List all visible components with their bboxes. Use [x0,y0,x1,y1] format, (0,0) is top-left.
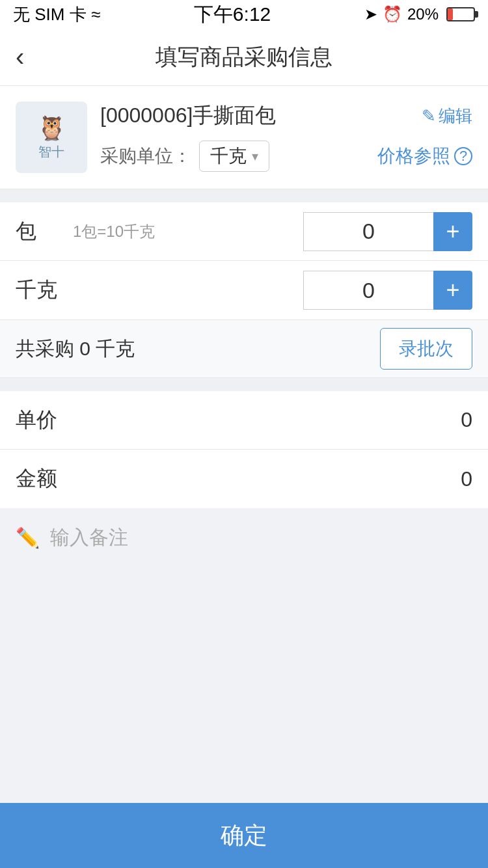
status-time: 下午6:12 [194,1,271,28]
battery-icon [446,7,475,21]
unit-select[interactable]: 千克 ▾ [199,141,269,172]
batch-button[interactable]: 录批次 [380,328,472,370]
price-section: 单价 0 金额 0 [0,391,488,508]
product-card: 🦉 智十 [0000006]手撕面包 ✎ 编辑 采购单位： 千克 ▾ [0,86,488,189]
status-battery-text: 20% [407,5,439,23]
bao-input[interactable] [303,212,433,251]
bao-sublabel: 1包=10千克 [73,221,303,242]
kg-plus-button[interactable]: + [433,271,472,310]
page-title: 填写商品采购信息 [156,42,332,72]
unit-value: 千克 [210,144,247,169]
product-info: [0000006]手撕面包 ✎ 编辑 采购单位： 千克 ▾ 价格参照 ? [100,102,472,172]
kg-input-row: 千克 + [0,261,488,319]
quantity-section: 包 1包=10千克 + 千克 + [0,202,488,319]
bao-plus-button[interactable]: + [433,212,472,251]
remark-placeholder: 输入备注 [50,524,128,551]
amount-label: 金额 [16,465,57,493]
status-location: ➤ [364,5,377,23]
edit-button[interactable]: ✎ 编辑 [422,105,472,128]
bao-controls: + [303,212,472,251]
section-divider-2 [0,378,488,391]
bao-input-row: 包 1包=10千克 + [0,202,488,261]
product-name: [0000006]手撕面包 [100,102,276,130]
chevron-down-icon: ▾ [252,148,258,164]
logo-text: 智十 [38,143,64,161]
price-ref-label: 价格参照 [377,144,450,169]
back-button[interactable]: ‹ [16,42,24,72]
kg-input[interactable] [303,271,433,310]
amount-value: 0 [461,467,472,491]
status-bar: 无 SIM 卡 ≈ 下午6:12 ➤ ⏰ 20% [0,0,488,29]
edit-label: 编辑 [439,105,472,128]
summary-text: 共采购 0 千克 [16,336,135,362]
remark-section[interactable]: ✏️ 输入备注 [0,508,488,567]
bao-label: 包 [16,217,68,246]
unit-price-label: 单价 [16,406,57,435]
battery-fill [448,8,453,20]
kg-label: 千克 [16,276,68,305]
confirm-button-label: 确定 [221,820,267,852]
unit-row: 采购单位： 千克 ▾ 价格参照 ? [100,141,472,172]
status-signal: 无 SIM 卡 ≈ [13,3,100,26]
status-right: ➤ ⏰ 20% [364,5,475,23]
product-logo: 🦉 智十 [16,102,87,173]
confirm-section[interactable]: 确定 [0,803,488,868]
unit-price-row: 单价 0 [0,391,488,450]
product-name-row: [0000006]手撕面包 ✎ 编辑 [100,102,472,130]
pencil-icon: ✏️ [16,526,40,549]
price-ref-button[interactable]: 价格参照 ? [377,144,472,169]
kg-controls: + [303,271,472,310]
unit-price-value: 0 [461,408,472,432]
empty-area [0,567,488,762]
amount-row: 金额 0 [0,450,488,508]
edit-icon: ✎ [422,106,436,126]
logo-owl-icon: 🦉 [37,115,66,142]
help-icon: ? [454,147,472,165]
nav-bar: ‹ 填写商品采购信息 [0,29,488,86]
section-divider-1 [0,189,488,202]
unit-label: 采购单位： [100,144,191,169]
summary-section: 共采购 0 千克 录批次 [0,319,488,378]
status-alarm: ⏰ [383,5,402,23]
